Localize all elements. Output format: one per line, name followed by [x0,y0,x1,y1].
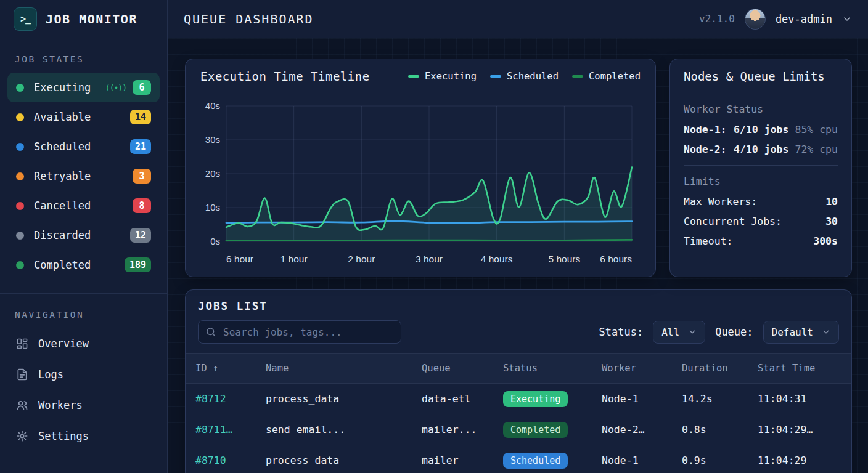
svg-text:5 hours: 5 hours [548,254,580,264]
search-input[interactable] [198,320,401,344]
search-box [198,320,401,344]
legend-label: Scheduled [507,71,559,82]
username: dev-admin [776,13,832,25]
users-icon [16,399,28,411]
terminal-icon: >_ [14,7,37,31]
job-worker: Node-1 [602,455,682,466]
legend-swatch [490,75,501,78]
col-worker[interactable]: Worker [602,363,682,374]
job-duration: 0.8s [682,424,758,435]
limit-value: 30 [825,216,838,227]
job-id[interactable]: #8711… [195,424,266,435]
queue-filter-label: Queue: [715,326,753,338]
state-count-badge: 12 [130,228,151,243]
status-filter-select[interactable]: All [653,321,705,344]
chevron-down-icon[interactable] [842,14,852,24]
sidebar-state-scheduled[interactable]: Scheduled 21 [7,132,160,161]
dashboard-icon [16,338,28,350]
svg-text:0s: 0s [210,236,220,246]
state-count-badge: 21 [130,139,151,154]
job-start-time: 11:04:31 [758,393,851,405]
state-label: Executing [34,81,105,94]
job-worker: Node-2… [602,424,682,435]
limit-label: Max Workers: [684,196,757,208]
col-start-time[interactable]: Start Time [758,363,851,374]
status-badge: Scheduled [503,453,568,469]
svg-text:4 hours: 4 hours [481,254,513,264]
state-label: Scheduled [34,140,130,153]
nav-label: Overview [38,338,89,350]
job-duration: 0.9s [682,455,758,466]
job-states-section-label: JOB STATES [0,38,167,73]
state-dot [16,202,24,210]
sidebar-state-retryable[interactable]: Retryable 3 [7,161,160,191]
state-label: Discarded [34,229,130,241]
svg-text:40s: 40s [205,100,220,111]
node-cpu: 72% cpu [795,144,838,155]
sidebar-state-available[interactable]: Available 14 [7,102,160,132]
sidebar-state-executing[interactable]: Executing ((•)) 6 [7,73,160,102]
worker-status-label: Worker Status [684,103,838,115]
timeline-chart: 0s10s20s30s40s6 hour1 hour2 hour3 hour4 … [200,97,642,273]
sidebar-item-logs[interactable]: Logs [0,359,167,390]
col-duration[interactable]: Duration [682,363,758,374]
node-name: Node-1: [684,124,727,135]
gear-icon [16,430,28,442]
job-queue: data-etl [422,393,503,405]
col-id[interactable]: ID ↑ [195,363,266,374]
state-dot [16,84,24,92]
user-avatar[interactable] [745,9,766,30]
limit-row: Max Workers: 10 [684,196,838,208]
table-row[interactable]: #8712 process_data data-etl Executing No… [186,384,851,414]
version-label: v2.1.0 [699,13,735,25]
svg-text:30s: 30s [205,134,220,145]
chart-legend: Executing Scheduled Completed [408,71,641,82]
sidebar-item-workers[interactable]: Workers [0,390,167,421]
node-cpu: 85% cpu [795,124,838,135]
svg-text:10s: 10s [205,202,220,212]
sidebar: >_ JOB MONITOR JOB STATES Executing ((•)… [0,0,168,473]
state-dot [16,232,24,240]
sidebar-state-cancelled[interactable]: Cancelled 8 [7,191,160,220]
limit-value: 10 [825,196,838,208]
col-name[interactable]: Name [266,363,422,374]
legend-label: Completed [589,71,641,82]
col-queue[interactable]: Queue [422,363,503,374]
sidebar-item-settings[interactable]: Settings [0,421,167,451]
limit-row: Concurrent Jobs: 30 [684,216,838,227]
svg-text:1 hour: 1 hour [280,254,308,264]
limit-label: Timeout: [684,235,732,247]
file-text-icon [16,368,28,381]
state-count-badge: 8 [133,198,151,213]
state-label: Completed [34,259,125,271]
limit-row: Timeout: 300s [684,235,838,247]
state-dot [16,172,24,180]
jobs-list-card: JOBS LIST Status: All Queue: [185,289,852,473]
sidebar-state-discarded[interactable]: Discarded 12 [7,220,160,250]
table-row[interactable]: #8710 process_data mailer Scheduled Node… [186,445,851,473]
svg-text:6 hour: 6 hour [226,254,253,264]
limits-label: Limits [684,176,838,187]
job-id[interactable]: #8712 [195,393,266,405]
nav-label: Logs [38,368,63,381]
state-count-badge: 3 [133,169,151,184]
divider [684,165,838,166]
job-start-time: 11:04:29 [758,455,851,466]
top-header: QUEUE DASHBOARD v2.1.0 dev-admin [168,0,868,38]
svg-text:3 hour: 3 hour [416,254,443,264]
table-row[interactable]: #8711… send_email... mailer... Completed… [186,414,851,445]
state-dot [16,113,24,121]
sidebar-state-completed[interactable]: Completed 189 [7,250,160,280]
node-jobs: 4/10 jobs [734,144,788,155]
col-status[interactable]: Status [503,363,602,374]
chevron-down-icon [822,328,830,336]
legend-item-completed: Completed [572,71,641,82]
main-content: Execution Time Timeline Executing Schedu… [168,38,868,473]
queue-filter-select[interactable]: Default [763,321,839,344]
svg-text:20s: 20s [205,168,220,179]
sidebar-item-overview[interactable]: Overview [0,328,167,359]
state-label: Cancelled [34,200,133,212]
legend-swatch [408,75,419,78]
status-badge: Completed [503,422,568,438]
job-id[interactable]: #8710 [195,455,266,466]
